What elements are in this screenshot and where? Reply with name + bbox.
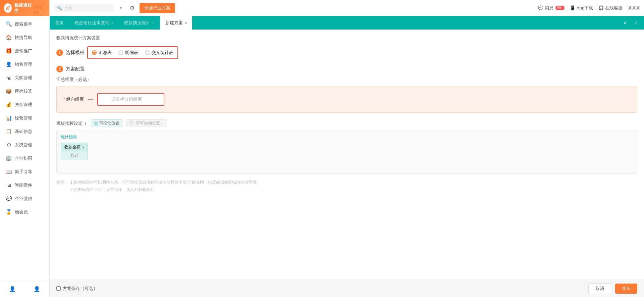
query-button[interactable]: 查询: [615, 284, 637, 294]
tab-collection-stats-close[interactable]: ×: [152, 21, 154, 25]
industry-btn[interactable]: 体验行业方案: [140, 3, 175, 13]
sidebar-item-system[interactable]: ⚙ 系统管理: [0, 138, 49, 152]
avatar1-icon: 👤: [9, 286, 16, 292]
step1-section: 1 选择模板 汇总表 明细表 交叉统计表: [56, 46, 637, 59]
gift-icon: 🎁: [5, 48, 12, 54]
service-action[interactable]: 🎧 在线客服: [598, 5, 623, 11]
save-checkbox[interactable]: [56, 286, 61, 291]
topbar-search-box[interactable]: 🔍 搜索: [54, 4, 114, 12]
sidebar-item-search-menu[interactable]: 🔍 搜索菜单: [0, 17, 49, 31]
book-icon: 📖: [5, 168, 12, 175]
radio-summary[interactable]: 汇总表: [92, 50, 112, 56]
step2-title: 方案配置: [66, 66, 85, 72]
sidebar-item-marketing[interactable]: 🎁 营销推广: [0, 44, 49, 58]
radio-detail[interactable]: 明细表: [118, 50, 138, 56]
save-checkbox-area: 方案保存（可选）: [56, 286, 584, 292]
tab-home[interactable]: 首页: [50, 16, 69, 30]
dimension-section: 汇总维度（必选） * 纵向维度 — 请选择分组维度: [56, 77, 637, 113]
chart-icon: 📊: [5, 115, 12, 121]
sidebar-item-quick-nav[interactable]: 🏠 快捷导航: [0, 31, 49, 44]
metrics-tag[interactable]: 收款金额 ▾ 合计: [61, 143, 88, 160]
topbar-gear-icon[interactable]: ⚙: [127, 3, 137, 13]
tab-collection-stats[interactable]: 收款情况统计 ×: [119, 16, 160, 30]
tips-section: 提示： 1.拖动标题栏可以调整布局，不可跨维度或指标区域拖动栏目字段(只能在同一…: [56, 179, 637, 193]
chevron-down-icon[interactable]: ▾: [83, 145, 84, 149]
sidebar-item-label-operation: 经营管理: [15, 115, 32, 121]
topbar: 🔍 搜索 ▾ ⚙ 体验行业方案 💬 消息 99+ 📱 App下载 🎧 在线客服 …: [50, 0, 644, 16]
sidebar-item-label-guide: 新手引导: [15, 169, 32, 175]
home-icon: 🏠: [5, 34, 12, 41]
footer-avatar2[interactable]: 👤: [31, 285, 43, 294]
radio-detail-dot: [118, 50, 123, 55]
step2-section: 2 方案配置 汇总维度（必选） * 纵向维度 — 请选择分组维度: [56, 66, 637, 193]
message-action[interactable]: 💬 消息 99+: [538, 5, 565, 11]
money-icon: 💰: [5, 101, 12, 108]
message-badge: 99+: [555, 6, 565, 10]
logo-text: 畅捷通好生: [14, 3, 33, 13]
tabbar-actions: ✕ ⤢: [621, 19, 644, 27]
radio-detail-label: 明细表: [125, 50, 138, 56]
topbar-actions: 💬 消息 99+ 📱 App下载 🎧 在线客服 某某某: [538, 5, 640, 11]
sidebar-item-label-inventory: 库存核算: [15, 88, 32, 94]
metrics-tag-header-text: 收款金额: [64, 144, 80, 150]
sidebar-item-purchase[interactable]: 🛍 采购管理: [0, 71, 49, 85]
sidebar-item-capital[interactable]: 💰 资金管理: [0, 98, 49, 111]
step1-header: 1 选择模板 汇总表 明细表 交叉统计表: [56, 46, 637, 59]
search-placeholder: 搜索: [64, 5, 72, 11]
dimension-area: * 纵向维度 — 请选择分组维度: [56, 86, 637, 113]
sidebar-item-operation[interactable]: 📊 经营管理: [0, 111, 49, 125]
sidebar-item-hardware[interactable]: 🖥 智能硬件: [0, 179, 49, 192]
dimension-row: * 纵向维度 — 请选择分组维度: [63, 93, 630, 106]
radio-cross[interactable]: 交叉统计表: [145, 50, 173, 56]
content-inner: 收款情况统计方案设置 1 选择模板 汇总表 明细表: [50, 30, 644, 280]
tab-new-plan-close[interactable]: ×: [185, 21, 187, 25]
download-action[interactable]: 📱 App下载: [570, 5, 593, 11]
sidebar-item-basic-info[interactable]: 📋 基础信息: [0, 125, 49, 138]
template-radio-group: 汇总表 明细表 交叉统计表: [87, 46, 178, 59]
tabbar: 首页 现金银行流水查询 × 收款情况统计 × 新建方案 × ✕ ⤢: [50, 16, 644, 30]
topbar-username[interactable]: 某某某: [628, 5, 640, 11]
topbar-dropdown[interactable]: ▾: [117, 4, 125, 12]
tab-new-plan[interactable]: 新建方案 ×: [160, 16, 192, 30]
sidebar-item-sales[interactable]: 👤 销售管理: [0, 58, 49, 71]
main-area: 🔍 搜索 ▾ ⚙ 体验行业方案 💬 消息 99+ 📱 App下载 🎧 在线客服 …: [50, 0, 644, 297]
sidebar: 好 畅捷通好生 标准版 🔍 搜索菜单 🏠 快捷导航 🎁 营销推广 👤 销售管理 …: [0, 0, 50, 297]
sidebar-item-label-system: 系统管理: [15, 142, 32, 148]
radio-cross-dot: [145, 50, 150, 55]
user-icon: 👤: [5, 61, 12, 68]
tip1: 提示： 1.拖动标题栏可以调整布局，不可跨维度或指标区域拖动栏目字段(只能在同一…: [56, 179, 637, 186]
search-menu-icon: 🔍: [5, 21, 12, 28]
tab-bank-flow[interactable]: 现金银行流水查询 ×: [69, 16, 119, 30]
draggable-label: 可拖动位置: [99, 120, 119, 126]
metrics-tag-header[interactable]: 收款金额 ▾: [61, 143, 88, 151]
dimension-placeholder[interactable]: 请选择分组维度: [97, 93, 164, 106]
cancel-button[interactable]: 取消: [588, 283, 611, 294]
sidebar-item-label-basic-info: 基础信息: [15, 129, 32, 135]
sidebar-item-guide[interactable]: 📖 新手引导: [0, 165, 49, 179]
medal-icon: 🏅: [5, 209, 12, 215]
avatar2-icon: 👤: [34, 286, 40, 292]
sidebar-item-label-hardware: 智能硬件: [15, 182, 32, 188]
sidebar-item-label-capital: 资金管理: [15, 102, 32, 108]
sidebar-item-wechat[interactable]: 💬 企业微信: [0, 192, 49, 205]
sidebar-menu: 🔍 搜索菜单 🏠 快捷导航 🎁 营销推广 👤 销售管理 🛍 采购管理 📦 库存核…: [0, 16, 49, 282]
sidebar-item-label-purchase: 采购管理: [15, 75, 32, 81]
footer-avatar1[interactable]: 👤: [6, 285, 18, 294]
not-draggable-label: 不可拖动位置）: [136, 121, 164, 126]
vertical-dimension-label: * 纵向维度: [63, 96, 84, 102]
headphone-icon: 🎧: [598, 5, 604, 10]
message-label: 消息: [545, 5, 553, 11]
tip-prefix: 提示：: [56, 179, 68, 186]
sidebar-item-member[interactable]: 🏅 畅会员: [0, 205, 49, 219]
sidebar-item-enterprise[interactable]: 🏢 企业协同: [0, 152, 49, 165]
tab-expand-btn[interactable]: ⤢: [632, 19, 640, 27]
step2-header: 2 方案配置: [56, 66, 637, 72]
edition-badge: 标准版: [34, 5, 45, 15]
metrics-area: 统计指标 收款金额 ▾ 合计: [56, 130, 637, 174]
tab-close-btn[interactable]: ✕: [621, 19, 629, 27]
save-label: 方案保存（可选）: [63, 286, 98, 292]
sidebar-item-inventory[interactable]: 📦 库存核算: [0, 85, 49, 98]
radio-cross-label: 交叉统计表: [152, 50, 173, 56]
step2-number: 2: [56, 66, 63, 72]
tab-bank-flow-close[interactable]: ×: [111, 21, 113, 25]
